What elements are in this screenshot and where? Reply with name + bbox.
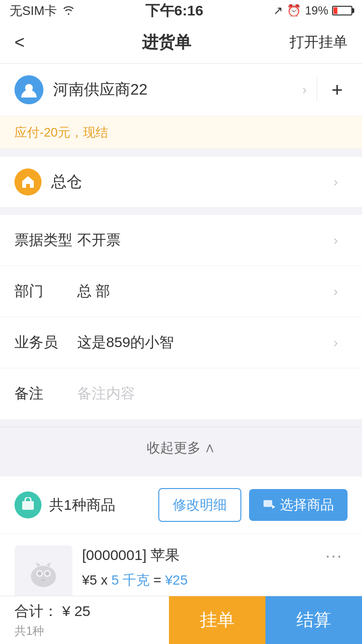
open-pending-button[interactable]: 打开挂单 <box>290 32 348 52</box>
products-header: 共1种商品 修改明细 选择商品 <box>0 476 362 534</box>
total-label: 合计： <box>14 603 58 619</box>
product-info: [0000001] 苹果 ¥5 x 5 千克 = ¥25 <box>82 546 320 589</box>
department-chevron-icon: › <box>334 284 338 299</box>
select-product-button[interactable]: 选择商品 <box>249 489 348 521</box>
supplier-chevron-icon[interactable]: › <box>302 82 306 98</box>
supplier-section: 河南供应商22 › + 应付-20元，现结 <box>0 64 362 149</box>
remark-label: 备注 <box>14 384 77 404</box>
supplier-name: 河南供应商22 <box>53 79 302 100</box>
svg-point-3 <box>31 566 56 587</box>
warehouse-row[interactable]: 总仓 › <box>0 157 362 207</box>
status-right: ↗ ⏰ 19% <box>273 4 352 17</box>
edit-detail-button[interactable]: 修改明细 <box>158 488 241 522</box>
divider <box>317 78 317 102</box>
hang-button[interactable]: 挂单 <box>169 596 265 644</box>
product-name: [0000001] 苹果 <box>82 546 320 565</box>
ticket-type-row[interactable]: 票据类型 不开票 › <box>0 215 362 266</box>
checkout-button[interactable]: 结算 <box>265 596 362 644</box>
add-supplier-button[interactable]: + <box>327 79 348 101</box>
remark-input[interactable]: 备注内容 <box>77 384 348 404</box>
product-thumbnail <box>14 546 72 603</box>
total-sub: 共1种 <box>14 623 154 639</box>
nav-bar: < 进货单 打开挂单 <box>0 21 362 64</box>
ticket-type-chevron-icon: › <box>334 233 338 248</box>
products-count: 共1种商品 <box>49 495 158 515</box>
back-button[interactable]: < <box>14 32 43 53</box>
ticket-type-label: 票据类型 <box>14 230 77 250</box>
sales-person-value: 这是859的小智 <box>77 333 334 352</box>
product-price: ¥5 x 5 千克 = ¥25 <box>82 571 320 589</box>
status-left: 无SIM卡 <box>10 2 75 19</box>
products-icon <box>14 491 42 518</box>
svg-point-7 <box>45 572 49 575</box>
svg-point-6 <box>38 572 42 575</box>
battery-percent: 19% <box>305 4 328 17</box>
carrier-text: 无SIM卡 <box>10 2 57 19</box>
bottom-bar: 合计： ¥ 25 共1种 挂单 结算 <box>0 596 362 644</box>
remark-row[interactable]: 备注 备注内容 <box>0 368 362 419</box>
sales-person-row[interactable]: 业务员 这是859的小智 › <box>0 317 362 368</box>
warehouse-section: 总仓 › <box>0 157 362 207</box>
warehouse-chevron-icon: › <box>334 174 338 190</box>
total-amount: 合计： ¥ 25 <box>14 602 154 621</box>
total-section: 合计： ¥ 25 共1种 <box>0 602 169 639</box>
location-icon: ↗ <box>273 4 283 17</box>
total-value: ¥ 25 <box>62 603 90 619</box>
supplier-row: 河南供应商22 › + <box>0 64 362 116</box>
department-row[interactable]: 部门 总 部 › <box>0 266 362 317</box>
department-label: 部门 <box>14 281 77 301</box>
status-bar: 无SIM卡 下午6:16 ↗ ⏰ 19% <box>0 0 362 21</box>
wifi-icon <box>62 3 75 18</box>
department-value: 总 部 <box>77 281 334 301</box>
warehouse-name: 总仓 <box>51 171 334 193</box>
products-section: 共1种商品 修改明细 选择商品 [00000 <box>0 476 362 615</box>
battery-icon <box>332 6 352 15</box>
product-more-button[interactable]: ··· <box>320 546 348 566</box>
supplier-notice: 应付-20元，现结 <box>0 116 362 149</box>
sales-person-chevron-icon: › <box>334 335 338 350</box>
alarm-icon: ⏰ <box>287 4 301 17</box>
select-product-label: 选择商品 <box>280 496 334 514</box>
svg-rect-1 <box>22 501 34 510</box>
supplier-avatar <box>14 75 43 104</box>
status-time: 下午6:16 <box>145 1 203 21</box>
collapse-bar[interactable]: 收起更多 ∧ <box>0 427 362 469</box>
page-title: 进货单 <box>142 31 191 54</box>
sales-person-label: 业务员 <box>14 333 77 352</box>
warehouse-icon <box>14 168 42 196</box>
ticket-type-value: 不开票 <box>77 230 334 250</box>
svg-rect-2 <box>264 500 272 507</box>
form-section: 票据类型 不开票 › 部门 总 部 › 业务员 这是859的小智 › 备注 备注… <box>0 215 362 419</box>
